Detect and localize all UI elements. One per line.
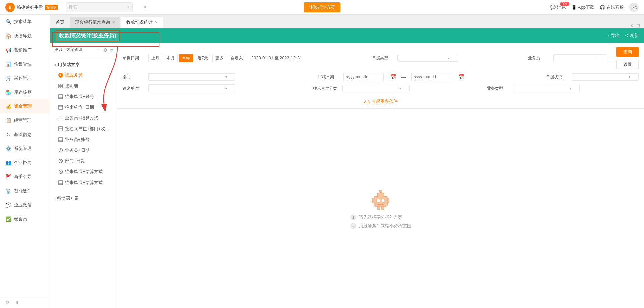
search-icon: ⚙ bbox=[126, 3, 134, 11]
query-button[interactable]: 查询 bbox=[616, 47, 639, 57]
export-icon: ↑ bbox=[607, 33, 610, 38]
scheme-item-detail[interactable]: 按明细 bbox=[50, 81, 117, 91]
date-group: 上月 本月 本年 近7天 更多 自定义 bbox=[148, 54, 246, 62]
bill-status-select[interactable]: ▾ bbox=[572, 73, 639, 81]
sidebar-item-marketing[interactable]: 📢 营销推广 bbox=[0, 43, 50, 57]
sidebar-label-wechat: 企业微信 bbox=[14, 202, 32, 208]
scheme-panel-actions: ＋ ⚙ « bbox=[95, 46, 113, 53]
scheme-item-salesperson-settle[interactable]: 业务员+结算方式 bbox=[50, 113, 117, 123]
top-search-input[interactable]: 搜索 bbox=[66, 2, 133, 12]
tab-collections-close[interactable]: ✕ bbox=[155, 20, 158, 25]
settings-icon[interactable]: ⚙ bbox=[5, 300, 9, 305]
calendar-icon-2[interactable]: 📅 bbox=[458, 74, 464, 80]
sidebar-item-search[interactable]: 🔍 搜索菜单 bbox=[0, 15, 50, 29]
scheme-item-salesperson-date[interactable]: 业务员+日期 bbox=[50, 145, 117, 156]
system-icon: ⚙️ bbox=[5, 146, 11, 152]
scheme-item-partner-dept[interactable]: 按往来单位+部门+收... bbox=[50, 123, 117, 134]
mobile-chevron-icon: › bbox=[54, 196, 56, 201]
tab-collections[interactable]: 收款情况统计 ✕ bbox=[121, 17, 163, 28]
scheme-item-partner-date[interactable]: 往来单位+日期 bbox=[50, 102, 117, 113]
sidebar-item-guide[interactable]: 🚩 新手引导 bbox=[0, 170, 50, 184]
sidebar-label-sales: 销售管理 bbox=[14, 61, 32, 67]
bill-type-label: 单据类型 bbox=[372, 55, 392, 61]
sidebar-item-inventory[interactable]: 🏪 库存核算 bbox=[0, 85, 50, 99]
filter-row-1: 单据日期 上月 本月 本年 近7天 更多 自定义 2023-01-01 至 bbox=[123, 47, 639, 69]
biz-type-chevron: ▾ bbox=[570, 87, 571, 90]
sidebar-item-vip[interactable]: ✅ 畅会员 bbox=[0, 212, 50, 226]
svg-rect-1 bbox=[61, 84, 63, 86]
collapse-panel-icon[interactable]: « bbox=[110, 47, 113, 53]
sidebar-item-finance[interactable]: 💰 资金管理 bbox=[0, 99, 50, 113]
dept-select[interactable]: ▾ bbox=[148, 73, 235, 81]
collapse-sidebar-icon[interactable]: ⏸ bbox=[15, 300, 19, 305]
scheme-panel-title: 按以下方案查询 bbox=[54, 47, 83, 53]
sidebar-item-hardware[interactable]: 📡 智能硬件 bbox=[0, 184, 50, 198]
bill-type-select[interactable]: ▾ bbox=[397, 55, 458, 62]
sidebar-item-nav[interactable]: 🏠 快捷导航 bbox=[0, 29, 50, 43]
expand-window-icon[interactable]: ⊡ bbox=[636, 23, 640, 28]
sidebar-item-wechat[interactable]: 💬 企业微信 bbox=[0, 198, 50, 212]
partner-date-icon bbox=[58, 105, 63, 110]
sidebar-item-collab[interactable]: 👥 企业协同 bbox=[0, 156, 50, 170]
date-btn-custom[interactable]: 自定义 bbox=[228, 54, 246, 62]
bill-status-chevron: ▾ bbox=[629, 75, 630, 79]
salesperson-select[interactable]: ··· bbox=[553, 54, 607, 62]
refresh-button[interactable]: ↺ 刷新 bbox=[625, 33, 639, 39]
review-date-to[interactable] bbox=[411, 73, 451, 81]
tab-home[interactable]: 首页 bbox=[50, 17, 70, 28]
close-window-icon[interactable]: ✕ bbox=[630, 23, 634, 28]
sidebar-label-hardware: 智能硬件 bbox=[14, 188, 32, 194]
date-btn-this-year[interactable]: 本年 bbox=[179, 54, 193, 62]
edition-badge: 标准版 bbox=[45, 5, 58, 10]
scheme-item-salesperson-account[interactable]: 业务员+账号 bbox=[50, 134, 117, 145]
partner-select[interactable]: ··· bbox=[148, 84, 235, 92]
partner-category-select[interactable]: ▾ bbox=[342, 85, 410, 92]
scheme-item-partner-settle1[interactable]: 往来单位+结算方式 bbox=[50, 166, 117, 177]
online-service-item[interactable]: 🎧 在线客服 bbox=[600, 4, 624, 10]
mobile-scheme-title[interactable]: › 移动端方案 bbox=[50, 193, 117, 203]
sidebar-item-operation[interactable]: 📋 经营管理 bbox=[0, 113, 50, 127]
scheme-item-partner-settle2[interactable]: 往来单位+结算方式 bbox=[50, 177, 117, 188]
biz-type-select[interactable]: ▾ bbox=[513, 85, 580, 92]
sidebar-item-sales[interactable]: 📊 销售管理 bbox=[0, 57, 50, 71]
date-btn-more[interactable]: 更多 bbox=[212, 54, 226, 62]
collapse-button[interactable]: ∧∧ 收起更多条件 bbox=[364, 98, 398, 104]
tip-item-1: 1 请先选择要分析的方案 bbox=[350, 213, 411, 222]
sidebar-item-basic[interactable]: 🗂 基础信息 bbox=[0, 127, 50, 142]
settings-scheme-icon[interactable]: ⚙ bbox=[103, 47, 108, 53]
user-avatar[interactable]: Rit bbox=[629, 3, 639, 12]
sidebar-item-purchase[interactable]: 🛒 采购管理 bbox=[0, 71, 50, 85]
scheme-item-salesperson[interactable]: ● 按业务员 bbox=[50, 70, 117, 81]
content-header: 收款情况统计(按业务员) ↑ 导出 ↺ 刷新 bbox=[50, 28, 644, 43]
dropdown-icon[interactable]: ▾ bbox=[141, 3, 149, 11]
review-date-from[interactable] bbox=[343, 73, 384, 81]
calendar-icon-1[interactable]: 📅 bbox=[390, 74, 396, 80]
active-scheme-dot: ● bbox=[58, 73, 63, 78]
sidebar-item-system[interactable]: ⚙️ 系统管理 bbox=[0, 142, 50, 156]
partner-dept-icon bbox=[58, 126, 63, 131]
top-bar: 6 畅捷通好生意 标准版 搜索 ⚙ ▾ 体验行业方案 💬 消息 99+ 📱 Ap… bbox=[0, 0, 644, 15]
add-scheme-icon[interactable]: ＋ bbox=[95, 46, 101, 53]
trial-btn[interactable]: 体验行业方案 bbox=[304, 2, 340, 12]
scheme-item-dept-date[interactable]: 部门+日期 bbox=[50, 156, 117, 166]
app-download-item[interactable]: 📱 App下载 bbox=[571, 4, 594, 10]
refresh-icon: ↺ bbox=[625, 33, 629, 38]
set-button[interactable]: 设置 bbox=[616, 60, 639, 69]
money-icon: 💰 bbox=[5, 103, 11, 109]
date-btn-7days[interactable]: 近7天 bbox=[195, 54, 211, 62]
tab-cashflow-close[interactable]: ✕ bbox=[112, 20, 115, 25]
scheme-item-partner-account[interactable]: 往来单位+账号 bbox=[50, 91, 117, 102]
sidebar-label-finance: 资金管理 bbox=[14, 103, 32, 109]
partner-settle-icon2 bbox=[58, 180, 63, 185]
date-btn-last-month[interactable]: 上月 bbox=[148, 54, 162, 62]
tab-cashflow[interactable]: 现金银行流水查询 ✕ bbox=[70, 17, 120, 28]
more-dots: ··· bbox=[595, 56, 599, 61]
top-bar-right: 💬 消息 99+ 📱 App下载 🎧 在线客服 Rit bbox=[550, 3, 639, 12]
sidebar-label-search: 搜索菜单 bbox=[14, 19, 32, 25]
desktop-scheme-title[interactable]: ▾ 电脑端方案 bbox=[50, 60, 117, 70]
export-button[interactable]: ↑ 导出 bbox=[607, 33, 620, 39]
svg-rect-38 bbox=[387, 198, 389, 203]
date-btn-this-month[interactable]: 本月 bbox=[164, 54, 178, 62]
messages-item[interactable]: 💬 消息 99+ bbox=[550, 4, 566, 10]
svg-line-29 bbox=[61, 172, 62, 173]
